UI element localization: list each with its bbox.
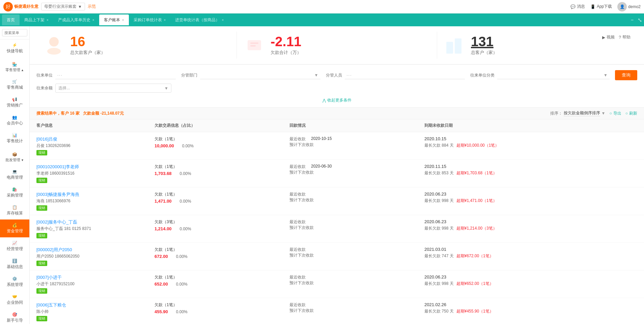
customer-badge-1: 现销	[36, 178, 47, 183]
collapse-button[interactable]: ⋀ 收起更多条件	[323, 97, 352, 103]
source-unit-input[interactable]: ···	[55, 71, 176, 79]
close-icon[interactable]: ×	[222, 18, 224, 22]
sidebar-item-inventory[interactable]: 📋 库存核算	[0, 202, 29, 219]
message-button[interactable]: 💬 消息	[570, 4, 585, 9]
sort-label: 排序： 按欠款金额倒序排序 ▼	[550, 110, 606, 116]
user-area[interactable]: 👤 demo2	[617, 2, 641, 11]
sidebar-item-purchase[interactable]: 🛍️ 采购管理	[0, 184, 29, 202]
manager-input[interactable]: ···	[345, 71, 465, 79]
customer-badge-4: 现销	[36, 261, 47, 266]
sidebar-item-quick-nav[interactable]: ⚡ 快捷导航	[0, 39, 29, 57]
tab-products[interactable]: 产成品入库单历史 ×	[53, 14, 99, 25]
unit-category-input[interactable]: ▼	[497, 71, 610, 79]
customer-name-6[interactable]: [0006]五下粮仓	[36, 302, 66, 307]
sidebar-item-label: 采购管理	[7, 193, 23, 198]
customer-name-5[interactable]: [0007]小进干	[36, 275, 62, 280]
overdue-amount-5[interactable]: 超期¥652.00（1笔）	[456, 281, 494, 287]
overdue-amount-4[interactable]: 超期¥672.00（1笔）	[456, 253, 494, 259]
store-selector[interactable]: 母婴行业演示账套 ▼	[41, 3, 85, 10]
tab-purchase[interactable]: 采购订单统计表 ×	[129, 14, 171, 25]
system-icon: ⚙️	[12, 276, 17, 281]
filter-balance: 往来余额 选择... ▼	[36, 84, 171, 93]
debt-info-4: 欠款（1笔） 672.00 0.00%	[155, 247, 289, 259]
sidebar-item-enterprise[interactable]: 🤝 企业协同	[0, 291, 29, 309]
marketing-icon: 📢	[12, 97, 17, 102]
close-icon[interactable]: ×	[92, 18, 94, 22]
sidebar-item-retail-mgmt[interactable]: 🏪 零售管理 ▲	[0, 59, 29, 76]
tab-home-label: 首页	[7, 17, 15, 23]
close-icon[interactable]: ×	[122, 18, 124, 22]
help-icon: ?	[619, 35, 621, 40]
stat-value-customers: 16	[70, 35, 105, 48]
sidebar-item-member[interactable]: 👥 会员中心	[0, 112, 29, 129]
customer-name-0[interactable]: [0016]吕俊	[36, 137, 57, 142]
stat-info-debt: -2.11 欠款合计（万）	[271, 35, 301, 56]
tab-inbound[interactable]: 进货单统计表（按商品） ×	[170, 14, 228, 25]
debt-info-1: 欠款（1笔） 1,703.68 0.00%	[155, 164, 289, 176]
overdue-amount-2[interactable]: 超期¥1,471.00（1笔）	[456, 198, 497, 204]
sidebar-item-basic-info[interactable]: ℹ️ 基础信息	[0, 255, 29, 273]
customer-sub-0: 吕俊 13026203696	[36, 143, 155, 149]
customer-name-3[interactable]: [0002]服务中心_丁磊	[36, 219, 77, 225]
table-row: [0006]五下粮仓 陈小帅 现销 欠款（1笔） 455.90 0.00%	[30, 298, 644, 324]
svg-point-1	[47, 48, 61, 55]
sidebar-item-system[interactable]: ⚙️ 系统管理	[0, 273, 29, 291]
balance-select[interactable]: 选择... ▼	[55, 84, 171, 93]
svg-rect-3	[250, 42, 258, 44]
sidebar-item-label: 经营管理	[7, 246, 23, 252]
overdue-amount-0[interactable]: 超期¥10,000.00（1笔）	[456, 143, 499, 148]
due-info-0: 2020.10.15 最长欠款 884 天 超期¥10,000.00（1笔）	[424, 136, 637, 148]
customer-name-4[interactable]: [000002]用户2050	[36, 247, 72, 252]
th-payment: 回款情况	[289, 123, 424, 128]
tab-bar-actions: － ⤡	[629, 17, 642, 24]
table-row: [0002]服务中心_丁磊 服务中心_丁磊 181 0125 8371 现销 欠…	[30, 215, 644, 243]
sidebar-item-label: 系统管理	[7, 282, 23, 288]
customer-name-1[interactable]: [00010200001]李老师	[36, 164, 79, 169]
tab-home[interactable]: 首页	[2, 14, 20, 25]
svg-rect-5	[446, 42, 453, 54]
stat-label-debt: 欠款合计（万）	[271, 50, 301, 56]
sidebar-item-finance[interactable]: 💰 资金管理	[0, 219, 29, 237]
minimize-icon[interactable]: －	[629, 17, 635, 24]
sidebar-item-wholesale[interactable]: 📦 批发管理 ▼	[0, 149, 29, 166]
dept-input[interactable]: ▼	[200, 71, 320, 79]
sidebar-item-marketing[interactable]: 📢 营销推广	[0, 94, 29, 112]
download-icon: 📱	[590, 4, 595, 9]
sidebar-item-guide[interactable]: 🎯 新手引导	[0, 309, 29, 324]
debt-info-5: 欠款（1笔） 652.00 0.00%	[155, 274, 289, 287]
refresh-button[interactable]: ○ 刷新	[625, 111, 637, 116]
search-button[interactable]: 查询	[615, 70, 637, 80]
sort-value[interactable]: 按欠款金额倒序排序	[564, 110, 600, 116]
due-info-5: 2020.06.23 最长欠款 998 天 超期¥652.00（1笔）	[424, 274, 637, 287]
sidebar-item-retail-stats[interactable]: 📊 零售统计	[0, 129, 29, 147]
manager-label: 分管人员	[326, 72, 342, 78]
source-unit-value: ···	[57, 73, 63, 78]
tab-goods[interactable]: 商品上下架 ×	[20, 14, 53, 25]
sidebar-item-retail-mall[interactable]: 🛒 零售商城	[0, 76, 29, 94]
close-icon[interactable]: ×	[47, 18, 49, 22]
overdue-amount-6[interactable]: 超期¥455.90（1笔）	[456, 308, 494, 314]
overdue-amount-1[interactable]: 超期¥1,703.68（1笔）	[456, 170, 497, 176]
due-date-0: 2020.10.15	[424, 136, 637, 141]
help-button[interactable]: ? 帮助	[619, 34, 631, 40]
export-button[interactable]: ○ 导出	[610, 111, 621, 116]
stat-info-total: 131 总客户（家）	[471, 35, 497, 56]
sidebar-item-ecommerce[interactable]: 💻 电商管理	[0, 166, 29, 184]
svg-rect-6	[455, 38, 461, 54]
stat-card-actions: ▶ 视频 ? 帮助	[602, 34, 631, 40]
sidebar-item-operation[interactable]: 📈 经营管理	[0, 237, 29, 255]
arrow-icon: ▲	[21, 68, 24, 72]
app-download-button[interactable]: 📱 App下载	[590, 4, 612, 9]
customer-name-2[interactable]: [0003]畅捷服务尹海燕	[36, 192, 79, 197]
maximize-icon[interactable]: ⤡	[638, 17, 642, 23]
payment-info-4: 最近收款 预计下次收款	[289, 247, 424, 258]
sidebar-item-label: 零售商城	[7, 85, 23, 90]
debt-amount-0: 10,000.00	[155, 143, 174, 148]
tab-account[interactable]: 客户账本 ×	[99, 14, 129, 25]
video-button[interactable]: ▶ 视频	[602, 34, 615, 40]
overdue-amount-3[interactable]: 超期¥1,214.00（3笔）	[456, 226, 497, 231]
sidebar-item-label: 零售统计	[7, 138, 23, 144]
tab-account-label: 客户账本	[104, 17, 120, 23]
search-input[interactable]	[2, 29, 27, 36]
close-icon[interactable]: ×	[164, 18, 166, 22]
